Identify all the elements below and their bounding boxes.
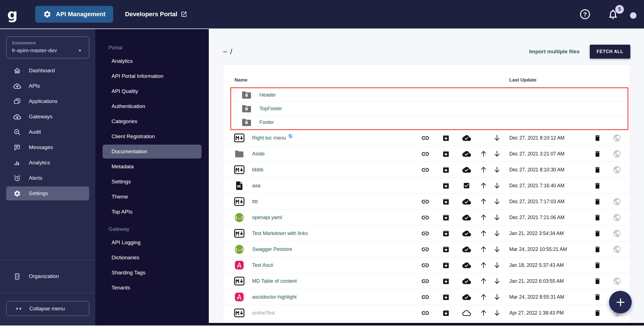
submenu-item-theme[interactable]: Theme: [103, 190, 202, 204]
move-up-button[interactable]: [477, 309, 490, 317]
move-down-button[interactable]: [490, 150, 504, 158]
translate-button[interactable]: [607, 277, 627, 286]
move-down-button[interactable]: [490, 166, 504, 174]
move-up-button[interactable]: [477, 150, 490, 158]
api-management-button[interactable]: API Management: [35, 6, 113, 23]
submenu-item-sharding-tags[interactable]: Sharding Tags: [103, 266, 202, 280]
delete-button[interactable]: [588, 182, 607, 190]
delete-button[interactable]: [588, 293, 607, 301]
move-down-button[interactable]: [490, 198, 504, 205]
submenu-item-categories[interactable]: Categories: [103, 114, 202, 128]
page-name-link[interactable]: openapi.yaml: [252, 215, 282, 220]
archive-button[interactable]: [435, 293, 456, 301]
translate-button[interactable]: [607, 197, 627, 206]
delete-button[interactable]: [588, 277, 607, 285]
publish-status-button[interactable]: [456, 261, 477, 270]
sidebar-item-organization[interactable]: Organization: [6, 269, 89, 283]
link-button[interactable]: [415, 261, 435, 270]
delete-button[interactable]: [588, 150, 607, 158]
move-up-button[interactable]: [477, 261, 490, 269]
submenu-item-tenants[interactable]: Tenants: [103, 281, 202, 295]
move-down-button[interactable]: [490, 293, 504, 301]
publish-status-button[interactable]: [456, 309, 477, 317]
move-up-button[interactable]: [477, 277, 490, 285]
move-down-button[interactable]: [490, 261, 504, 269]
move-down-button[interactable]: [490, 229, 504, 237]
submenu-item-metadata[interactable]: Metadata: [103, 160, 202, 174]
publish-status-button[interactable]: [456, 182, 477, 189]
move-up-button[interactable]: [477, 214, 490, 221]
submenu-item-authentication[interactable]: Authentication: [103, 99, 202, 113]
link-button[interactable]: [415, 229, 435, 238]
environment-select[interactable]: Environment fr-apim-master-dev: [6, 37, 89, 58]
page-name-link[interactable]: Header: [259, 92, 276, 98]
page-name-link[interactable]: Swagger Petstore: [252, 246, 292, 252]
link-button[interactable]: [415, 197, 435, 206]
move-up-button[interactable]: [477, 166, 490, 174]
archive-button[interactable]: [435, 246, 456, 253]
publish-status-button[interactable]: [456, 150, 477, 158]
archive-button[interactable]: [435, 262, 456, 269]
publish-status-button[interactable]: [456, 166, 477, 174]
move-down-button[interactable]: [490, 214, 504, 221]
submenu-item-top-apis[interactable]: Top APIs: [103, 205, 202, 219]
page-name-link[interactable]: Footer: [259, 119, 274, 125]
sidebar-item-applications[interactable]: Applications: [6, 94, 89, 108]
translate-button[interactable]: [607, 229, 627, 238]
publish-status-button[interactable]: [456, 277, 477, 286]
sidebar-item-analytics[interactable]: Analytics: [6, 156, 89, 170]
archive-button[interactable]: [435, 309, 456, 317]
publish-status-button[interactable]: [456, 245, 477, 254]
publish-status-button[interactable]: [456, 229, 477, 238]
link-button[interactable]: [415, 134, 435, 142]
sidebar-item-dashboard[interactable]: Dashboard: [6, 64, 89, 78]
delete-button[interactable]: [588, 134, 607, 142]
help-icon[interactable]: ?: [579, 8, 591, 20]
link-button[interactable]: [415, 213, 435, 222]
submenu-item-analytics[interactable]: Analytics: [103, 54, 202, 68]
developers-portal-link[interactable]: Developers Portal: [125, 11, 187, 18]
delete-button[interactable]: [588, 214, 607, 221]
move-down-button[interactable]: [490, 182, 504, 190]
archive-button[interactable]: [435, 166, 456, 174]
link-button[interactable]: [415, 150, 435, 158]
move-up-button[interactable]: [477, 245, 490, 253]
submenu-item-api-portal-information[interactable]: API Portal Information: [103, 69, 202, 83]
archive-button[interactable]: [435, 277, 456, 285]
move-up-button[interactable]: [477, 229, 490, 237]
page-name-link[interactable]: Test Markdown with links: [252, 231, 308, 236]
archive-button[interactable]: [435, 214, 456, 221]
move-up-button[interactable]: [477, 182, 490, 190]
sidebar-item-settings[interactable]: Settings: [6, 186, 89, 200]
sidebar-item-alerts[interactable]: Alerts: [6, 171, 89, 185]
page-name-link[interactable]: tttt: [252, 199, 258, 205]
link-button[interactable]: [415, 166, 435, 174]
submenu-item-settings[interactable]: Settings: [103, 175, 202, 189]
publish-status-button[interactable]: [456, 134, 477, 142]
translate-button[interactable]: [607, 245, 627, 254]
link-button[interactable]: [415, 293, 435, 301]
publish-status-button[interactable]: [456, 213, 477, 222]
page-name-link[interactable]: Test Ascii: [252, 262, 273, 268]
move-down-button[interactable]: [490, 277, 504, 285]
delete-button[interactable]: [588, 166, 607, 174]
submenu-item-dictionaries[interactable]: Dictionaries: [103, 251, 202, 265]
collapse-menu-button[interactable]: Collapse menu: [6, 301, 89, 316]
link-button[interactable]: [415, 309, 435, 317]
archive-button[interactable]: [435, 198, 456, 205]
submenu-item-client-registration[interactable]: Client Registration: [103, 130, 202, 143]
archive-button[interactable]: [435, 182, 456, 190]
page-name-link[interactable]: Aside: [252, 151, 265, 157]
publish-status-button[interactable]: [456, 293, 477, 301]
translate-button[interactable]: [607, 150, 627, 158]
fetch-all-button[interactable]: FETCH ALL: [590, 45, 630, 59]
sidebar-item-apis[interactable]: APIs: [6, 79, 89, 93]
page-name-link[interactable]: asciidoctor-highlight: [252, 294, 297, 300]
delete-button[interactable]: [588, 246, 607, 253]
delete-button[interactable]: [588, 230, 607, 237]
delete-button[interactable]: [588, 262, 607, 269]
delete-button[interactable]: [588, 309, 607, 317]
sidebar-item-gateways[interactable]: Gateways: [6, 110, 89, 124]
move-up-button[interactable]: [477, 198, 490, 205]
link-button[interactable]: [415, 277, 435, 286]
